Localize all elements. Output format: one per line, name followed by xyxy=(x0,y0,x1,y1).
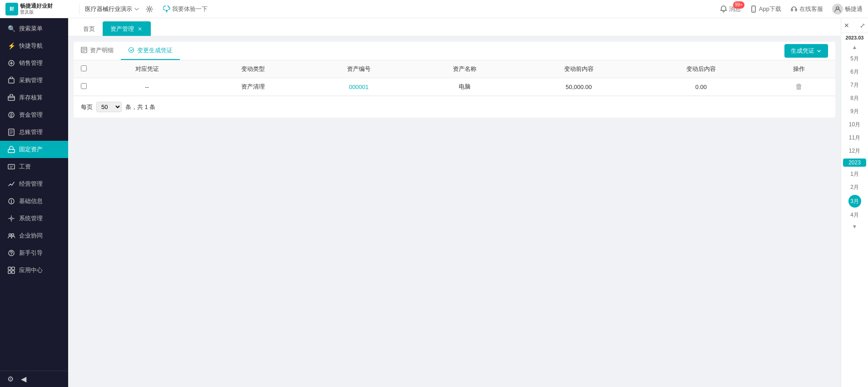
month-7[interactable]: 7月 xyxy=(841,79,868,92)
svg-rect-3 xyxy=(791,9,793,11)
sidebar-item-basic-info[interactable]: 基础信息 xyxy=(0,193,68,210)
row-checkbox[interactable] xyxy=(81,83,87,89)
svg-point-15 xyxy=(9,234,11,236)
sidebar-label-fixed-assets: 固定资产 xyxy=(19,145,43,154)
sidebar-item-ledger[interactable]: 总账管理 xyxy=(0,124,68,141)
collapse-icon[interactable]: ◀ xyxy=(21,375,26,383)
scroll-down-button[interactable]: ▼ xyxy=(841,222,868,232)
chevron-down-btn-icon xyxy=(816,48,822,54)
generate-voucher-button[interactable]: 生成凭证 xyxy=(784,44,828,58)
main-layout: 🔍 搜索菜单 ⚡ 快捷导航 销售管理 采购管理 xyxy=(0,18,868,387)
inner-tab-asset-detail[interactable]: 资产明细 xyxy=(74,42,121,60)
fixed-assets-icon xyxy=(7,145,15,154)
sidebar: 🔍 搜索菜单 ⚡ 快捷导航 销售管理 采购管理 xyxy=(0,18,68,387)
page-content: 资产明细 变更生成凭证 生成凭证 xyxy=(68,36,841,387)
right-panel-expand-icon[interactable]: ⤢ xyxy=(860,22,865,29)
sidebar-label-basic-info: 基础信息 xyxy=(19,197,43,205)
row-after-change: 0.00 xyxy=(640,78,762,96)
sidebar-label-sales: 销售管理 xyxy=(19,59,43,67)
sidebar-item-system[interactable]: 系统管理 xyxy=(0,210,68,227)
inner-tab-change-voucher-label: 变更生成凭证 xyxy=(137,46,173,55)
content-area: 首页 资产管理 ✕ 资产明细 xyxy=(68,18,841,387)
sidebar-item-guide[interactable]: 新手引导 xyxy=(0,244,68,262)
tab-asset-mgmt[interactable]: 资产管理 ✕ xyxy=(103,21,151,36)
finance-icon xyxy=(7,111,15,119)
operations-icon xyxy=(7,180,15,188)
sidebar-item-inventory[interactable]: 库存核算 xyxy=(0,89,68,106)
month-9[interactable]: 9月 xyxy=(841,105,868,118)
basic-info-icon xyxy=(7,197,15,205)
inventory-icon xyxy=(7,94,15,102)
settings-bottom-icon[interactable]: ⚙ xyxy=(7,375,14,383)
user-icon xyxy=(834,6,841,12)
per-page-select[interactable]: 10 20 50 100 xyxy=(96,102,122,112)
logo-text: 畅捷通好业财 普及版 xyxy=(20,3,53,15)
month-5[interactable]: 5月 xyxy=(841,52,868,65)
svg-rect-4 xyxy=(795,9,797,11)
right-panel-close-icon[interactable]: ✕ xyxy=(844,22,849,29)
delete-icon[interactable]: 🗑 xyxy=(795,83,803,90)
month-2023-4[interactable]: 4月 xyxy=(841,208,868,222)
customer-service-button[interactable]: 在线客服 xyxy=(790,5,823,13)
sidebar-item-operations[interactable]: 经营管理 xyxy=(0,175,68,193)
payroll-icon xyxy=(7,163,15,171)
sidebar-label-cooperation: 企业协同 xyxy=(19,232,43,240)
purchase-icon xyxy=(7,76,15,84)
app-download-button[interactable]: App下载 xyxy=(750,5,781,13)
month-10[interactable]: 10月 xyxy=(841,118,868,131)
sidebar-item-purchase[interactable]: 采购管理 xyxy=(0,72,68,89)
svg-point-18 xyxy=(11,254,12,255)
month-list-2023: 1月 2月 3月 4月 xyxy=(841,168,868,222)
sidebar-label-purchase: 采购管理 xyxy=(19,76,43,84)
divider-1 xyxy=(79,4,79,15)
month-6[interactable]: 6月 xyxy=(841,65,868,79)
sidebar-label-guide: 新手引导 xyxy=(19,249,43,257)
month-2023-2[interactable]: 2月 xyxy=(841,181,868,194)
sidebar-item-quick-nav[interactable]: ⚡ 快捷导航 xyxy=(0,37,68,55)
select-all-checkbox[interactable] xyxy=(81,65,87,71)
logo-main-text: 畅捷通好业财 xyxy=(20,3,53,9)
month-8[interactable]: 8月 xyxy=(841,92,868,105)
scroll-up-button[interactable]: ▲ xyxy=(841,42,868,52)
header-operation: 操作 xyxy=(762,60,835,78)
tabs-bar: 首页 资产管理 ✕ xyxy=(68,18,841,36)
company-selector[interactable]: 医疗器械行业演示 xyxy=(85,5,139,13)
right-panel: ✕ ⤢ 2023.03 ▲ 5月 6月 7月 8月 9月 10月 11月 12月… xyxy=(841,18,868,387)
table-body: -- 资产清理 000001 电脑 50,000.00 0.00 🗑 xyxy=(74,78,835,96)
tab-close-icon[interactable]: ✕ xyxy=(137,26,143,32)
logo-sub-text: 普及版 xyxy=(20,10,53,15)
month-list-before-2023: 5月 6月 7月 8月 9月 10月 11月 12月 xyxy=(841,52,868,158)
sidebar-item-fixed-assets[interactable]: 固定资产 xyxy=(0,141,68,158)
sidebar-item-finance[interactable]: 资金管理 xyxy=(0,106,68,124)
experience-button[interactable]: 我要体验一下 xyxy=(163,5,208,13)
svg-point-14 xyxy=(10,218,12,219)
svg-rect-19 xyxy=(8,267,11,270)
svg-rect-21 xyxy=(8,271,11,273)
notification-button[interactable]: 消息 99+ xyxy=(720,5,741,13)
header: 财 畅捷通好业财 普及版 医疗器械行业演示 我要体验一下 消息 99+ App下… xyxy=(0,0,868,18)
month-2023-3[interactable]: 3月 xyxy=(848,195,861,208)
generate-btn-area: 生成凭证 xyxy=(784,44,835,58)
search-icon: 🔍 xyxy=(7,25,15,33)
inner-tab-change-voucher[interactable]: 变更生成凭证 xyxy=(121,42,180,60)
svg-rect-22 xyxy=(12,271,15,273)
row-checkbox-cell xyxy=(74,78,94,96)
sidebar-item-sales[interactable]: 销售管理 xyxy=(0,55,68,72)
header-voucher: 对应凭证 xyxy=(94,60,200,78)
month-2023-1[interactable]: 1月 xyxy=(841,168,868,181)
sidebar-item-cooperation[interactable]: 企业协同 xyxy=(0,227,68,244)
user-menu[interactable]: 畅捷通 xyxy=(832,4,863,15)
table-container: 对应凭证 变动类型 资产编号 资产名称 变动前内容 变动后内容 操作 xyxy=(74,60,835,96)
month-11[interactable]: 11月 xyxy=(841,131,868,144)
sidebar-label-operations: 经营管理 xyxy=(19,180,43,188)
month-12[interactable]: 12月 xyxy=(841,144,868,158)
sidebar-item-app-center[interactable]: 应用中心 xyxy=(0,262,68,279)
asset-detail-icon xyxy=(81,47,87,55)
sidebar-item-search[interactable]: 🔍 搜索菜单 xyxy=(0,20,68,37)
lightning-icon: ⚡ xyxy=(7,42,15,50)
tab-home[interactable]: 首页 xyxy=(75,21,103,36)
sidebar-bottom: ⚙ ◀ xyxy=(0,371,68,387)
settings-button[interactable] xyxy=(143,3,156,15)
sidebar-item-payroll[interactable]: 工资 xyxy=(0,158,68,175)
header-change-type: 变动类型 xyxy=(200,60,306,78)
